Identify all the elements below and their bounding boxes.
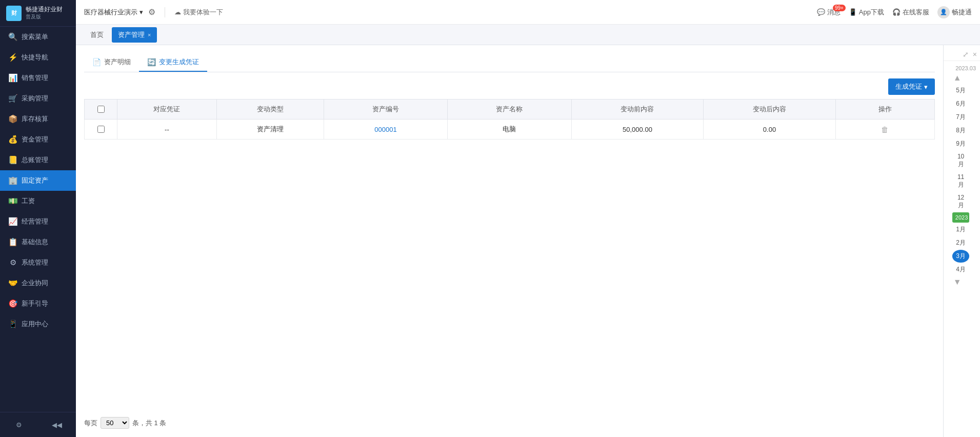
td-change-type: 资产清理 [216,120,324,140]
per-page-select[interactable]: 102050100 [101,417,129,429]
panel-month-item[interactable]: 4月 [952,263,970,276]
th-asset-code: 资产编号 [324,100,447,120]
experience-button[interactable]: ☁ 我要体验一下 [174,8,223,17]
sidebar-item-enterprise[interactable]: 🤝企业协同 [0,273,76,293]
enterprise-icon: 🤝 [8,279,17,288]
sidebar-item-label: 工资 [22,196,35,206]
avatar: 👤 [937,6,950,18]
sidebar-item-search[interactable]: 🔍搜索菜单 [0,27,76,47]
dropdown-arrow-icon: ▾ [924,83,928,91]
company-selector[interactable]: 医疗器械行业演示 ▾ [84,8,143,17]
sidebar-item-salary[interactable]: 💵工资 [0,191,76,211]
td-asset-name: 电脑 [448,120,571,140]
panel-month-item[interactable]: 2月 [952,236,970,249]
td-before: 50,000.00 [571,120,704,140]
message-button[interactable]: 💬 消息 99+ [817,8,841,17]
panel-scroll-up-icon[interactable]: ▲ [952,72,971,84]
panel-scroll-down-icon[interactable]: ▼ [952,276,971,288]
funds-icon: 💰 [8,135,17,144]
table-row: -- 资产清理 000001 电脑 50,000.00 0.00 🗑 [85,120,935,140]
td-action: 🗑 [835,120,934,140]
settings-gear-icon[interactable]: ⚙ [148,7,155,17]
sidebar-item-label: 应用中心 [22,320,48,329]
sidebar-item-guide[interactable]: 🎯新手引导 [0,293,76,314]
panel-month-item[interactable]: 8月 [952,124,970,137]
sidebar-item-inventory[interactable]: 📦库存核算 [0,109,76,129]
td-asset-code: 000001 [324,120,447,140]
logo-text: 畅捷通好业财 [26,6,63,14]
logo-sub: 普及版 [26,13,63,21]
th-voucher: 对应凭证 [117,100,216,120]
purchase-icon: 🛒 [8,94,17,103]
topbar: 医疗器械行业演示 ▾ ⚙ ☁ 我要体验一下 💬 消息 99+ 📱 App下载 🎧… [76,0,980,25]
sidebar-item-ledger[interactable]: 📒总账管理 [0,150,76,170]
panel-month-item[interactable]: 12月 [952,192,970,212]
headset-icon: 🎧 [892,8,901,16]
app-download-button[interactable]: 📱 App下载 [849,8,884,17]
settings-icon[interactable]: ⚙ [11,416,27,433]
panel-month-item[interactable]: 10月 [952,151,970,171]
tab-bar: 首页 资产管理 × [76,25,980,45]
sidebar-item-purchase[interactable]: 🛒采购管理 [0,88,76,109]
guide-icon: 🎯 [8,299,17,308]
sidebar-item-label: 库存核算 [22,114,48,124]
panel-month-item[interactable]: 3月 [952,250,970,263]
select-all-checkbox[interactable] [97,106,105,113]
th-action: 操作 [835,100,934,120]
tab-asset-management[interactable]: 资产管理 × [112,27,157,43]
close-panel-icon[interactable]: × [972,49,978,59]
sidebar-item-operations[interactable]: 📈经营管理 [0,211,76,232]
topbar-right: 💬 消息 99+ 📱 App下载 🎧 在线客服 👤 畅捷通 [817,6,972,18]
row-checkbox[interactable] [97,126,105,133]
search-icon: 🔍 [8,32,17,42]
quick-nav-icon: ⚡ [8,53,17,62]
base-info-icon: 📋 [8,237,17,247]
content-area: 📄 资产明细 🔄 变更生成凭证 生成凭证 ▾ [76,45,980,437]
tab-asset-detail[interactable]: 📄 资产明细 [84,53,139,72]
sidebar-footer: ⚙ ◀◀ [0,412,76,437]
expand-panel-icon[interactable]: ⤢ [962,49,970,59]
system-icon: ⚙ [8,258,17,267]
tab-asset-detail-label: 资产明细 [104,57,131,67]
panel-month-item[interactable]: 9月 [952,137,970,150]
sidebar-item-label: 固定资产 [22,176,48,185]
sidebar-item-quick-nav[interactable]: ⚡快捷导航 [0,47,76,68]
sidebar-item-fixed-assets[interactable]: 🏢固定资产 [0,170,76,191]
main-area: 医疗器械行业演示 ▾ ⚙ ☁ 我要体验一下 💬 消息 99+ 📱 App下载 🎧… [76,0,980,437]
tab-change-voucher[interactable]: 🔄 变更生成凭证 [139,53,207,72]
sidebar-item-base-info[interactable]: 📋基础信息 [0,232,76,252]
delete-icon[interactable]: 🗑 [881,125,889,134]
sidebar-item-app-center[interactable]: 📱应用中心 [0,314,76,334]
cloud-icon: ☁ [174,8,181,16]
logo-icon: 财 [6,6,22,21]
user-menu-button[interactable]: 👤 畅捷通 [937,6,972,18]
sidebar: 财 畅捷通好业财 普及版 🔍搜索菜单⚡快捷导航📊销售管理🛒采购管理📦库存核算💰资… [0,0,76,437]
sidebar-item-funds[interactable]: 💰资金管理 [0,129,76,150]
tab-home[interactable]: 首页 [84,27,110,43]
panel-month-item[interactable]: 11月 [952,171,970,191]
sidebar-item-system[interactable]: ⚙系统管理 [0,252,76,273]
sidebar-item-sales[interactable]: 📊销售管理 [0,68,76,88]
app-logo: 财 畅捷通好业财 普及版 [0,0,76,27]
message-badge: 99+ [833,5,846,11]
sales-icon: 📊 [8,73,17,83]
salary-icon: 💵 [8,196,17,206]
panel-month-item[interactable]: 7月 [952,111,970,124]
sidebar-item-label: 新手引导 [22,299,48,308]
panel-month-item[interactable]: 1月 [952,223,970,236]
sidebar-item-label: 采购管理 [22,94,48,103]
topbar-divider [165,7,165,17]
panel-month-item[interactable]: 6月 [952,97,970,110]
panel-month-item[interactable]: 5月 [952,84,970,97]
tab-label: 资产管理 [118,30,145,39]
sidebar-item-label: 基础信息 [22,237,48,247]
sidebar-item-label: 搜索菜单 [22,32,48,42]
customer-service-button[interactable]: 🎧 在线客服 [892,8,929,17]
panel-year-label: 2023.03 [944,65,980,71]
th-after-content: 变动后内容 [704,100,836,120]
generate-voucher-button[interactable]: 生成凭证 ▾ [888,78,935,95]
sub-tab-bar: 📄 资产明细 🔄 变更生成凭证 [84,53,935,72]
collapse-sidebar-icon[interactable]: ◀◀ [49,416,65,433]
operations-icon: 📈 [8,217,17,226]
tab-close-icon[interactable]: × [148,32,151,38]
